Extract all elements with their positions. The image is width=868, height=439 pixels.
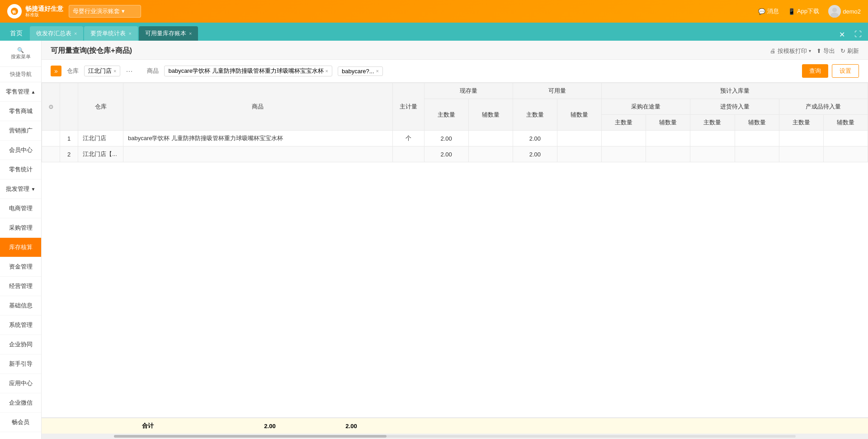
row-inbound-main-0 <box>690 131 735 146</box>
sidebar-item-wholesale-mgmt[interactable]: 批发管理 ▼ <box>0 179 41 199</box>
refresh-button[interactable]: ↻ 刷新 <box>840 47 859 55</box>
sidebar-item-ecommerce-mgmt[interactable]: 电商管理 <box>0 199 41 218</box>
scrollbar-track <box>114 435 796 438</box>
sidebar-item-app-center[interactable]: 应用中心 <box>0 374 41 393</box>
row-avail-main-0: 2.00 <box>513 131 557 146</box>
sidebar-item-retail-stats[interactable]: 零售统计 <box>0 160 41 179</box>
row-inbound-aux-0 <box>735 131 779 146</box>
search-icon: 🔍 <box>17 47 24 53</box>
svg-point-2 <box>832 8 837 12</box>
search-menu-button[interactable]: 🔍 搜索菜单 <box>4 44 38 63</box>
scrollbar-thumb[interactable] <box>114 435 387 438</box>
row-product-1 <box>123 146 393 162</box>
brand-logo: 畅 畅捷通好生意 标准版 <box>7 4 63 19</box>
svg-text:畅: 畅 <box>12 10 16 14</box>
app-download-button[interactable]: 📱 App下载 <box>788 7 819 15</box>
col-expected-inbound-header: 预计入库量 <box>602 83 868 99</box>
sidebar-item-inventory-check[interactable]: 库存核算 <box>0 238 41 257</box>
expand-window-button[interactable]: ⛶ <box>852 28 864 41</box>
industry-selector[interactable]: 母婴行业演示账套 ▾ <box>69 5 141 18</box>
tab-close-order[interactable]: × <box>128 31 131 36</box>
quick-nav-button[interactable]: 快捷导航 <box>0 67 41 82</box>
col-avail-main-header: 主数量 <box>513 99 557 131</box>
col-purchase-main-header: 主数量 <box>602 115 646 131</box>
col-current-stock-header: 现存量 <box>424 83 513 99</box>
row-no-1: 2 <box>60 146 78 162</box>
chevron-icon-wholesale: ▼ <box>31 187 36 192</box>
avatar <box>828 5 841 18</box>
col-inbound-aux-header: 辅数量 <box>735 115 779 131</box>
tab-available-stock[interactable]: 可用量库存账本 × <box>139 26 198 41</box>
message-button[interactable]: 💬 消息 <box>758 7 779 15</box>
row-prod-main-0 <box>779 131 823 146</box>
product-filter-tag-2[interactable]: babycare?... × <box>338 66 383 76</box>
settings-gear-icon[interactable]: ⚙ <box>48 104 54 110</box>
sidebar-item-purchase-mgmt[interactable]: 采购管理 <box>0 218 41 238</box>
sidebar-item-new-guide[interactable]: 新手引导 <box>0 354 41 374</box>
sidebar-item-enterprise-wechat[interactable]: 企业微信 <box>0 393 41 413</box>
query-button[interactable]: 查询 <box>802 64 828 78</box>
col-settings-header[interactable]: ⚙ <box>42 83 60 131</box>
top-bar-left: 畅 畅捷通好生意 标准版 母婴行业演示账套 ▾ <box>7 4 141 19</box>
sidebar-item-finance-mgmt[interactable]: 资金管理 <box>0 257 41 277</box>
row-stock-main-0: 2.00 <box>424 131 468 146</box>
warehouse-more-button[interactable]: ··· <box>126 66 132 76</box>
col-warehouse-header: 仓库 <box>78 83 123 131</box>
warehouse-filter-tag[interactable]: 江北门店 × <box>84 66 120 76</box>
sidebar-item-retail-mgmt[interactable]: 零售管理 ▲ <box>0 82 41 102</box>
row-prod-aux-0 <box>823 131 868 146</box>
chevron-icon: ▲ <box>31 90 36 94</box>
sidebar-item-system-mgmt[interactable]: 系统管理 <box>0 316 41 335</box>
row-prod-aux-1 <box>823 146 868 162</box>
user-account[interactable]: demo2 <box>828 5 861 18</box>
sidebar-item-member-center[interactable]: 会员中心 <box>0 141 41 160</box>
page-actions: 🖨 按模板打印 ▾ ⬆ 导出 ↻ 刷新 <box>770 47 859 55</box>
col-prod-aux-header: 辅数量 <box>823 115 868 131</box>
col-purchase-transit-header: 采购在途量 <box>602 99 690 115</box>
nav-right-buttons: ✕ ⛶ <box>835 28 864 41</box>
filter-bar: » 仓库 江北门店 × ··· 商品 babycare学饮杯 儿童防摔防撞吸管杯… <box>42 60 868 83</box>
product-label: 商品 <box>147 67 159 75</box>
sidebar-search-section: 🔍 搜索菜单 <box>0 41 41 67</box>
product-tag2-close[interactable]: × <box>376 68 379 74</box>
filter-expand-button[interactable]: » <box>51 66 61 76</box>
col-inbound-pending-header: 进货待入量 <box>690 99 779 115</box>
row-inbound-aux-1 <box>735 146 779 162</box>
row-purchase-main-1 <box>602 146 646 162</box>
tab-home[interactable]: 首页 <box>4 26 29 41</box>
sidebar-item-basic-info[interactable]: 基础信息 <box>0 296 41 316</box>
page-header: 可用量查询(按仓库+商品) 🖨 按模板打印 ▾ ⬆ 导出 ↻ 刷新 <box>42 41 868 60</box>
product-tag1-close[interactable]: × <box>326 68 328 74</box>
row-purchase-main-0 <box>602 131 646 146</box>
col-purchase-aux-header: 辅数量 <box>646 115 690 131</box>
tab-order-stats[interactable]: 要货单统计表 × <box>84 26 137 41</box>
settings-button[interactable]: 设置 <box>832 64 859 78</box>
col-prod-main-header: 主数量 <box>779 115 823 131</box>
warehouse-tag-close[interactable]: × <box>113 68 116 74</box>
sidebar-item-operations-mgmt[interactable]: 经营管理 <box>0 277 41 296</box>
print-template-button[interactable]: 🖨 按模板打印 ▾ <box>770 47 811 55</box>
col-avail-aux-header: 辅数量 <box>557 99 601 131</box>
product-filter-tag-1[interactable]: babycare学饮杯 儿童防摔防撞吸管杯重力球吸嘴杯宝宝水杯 × <box>164 66 332 76</box>
export-button[interactable]: ⬆ 导出 <box>816 47 835 55</box>
tab-receipt-summary[interactable]: 收发存汇总表 × <box>30 26 83 41</box>
col-stock-aux-header: 辅数量 <box>468 99 513 131</box>
sidebar-item-retail-shop[interactable]: 零售商城 <box>0 102 41 121</box>
col-production-pending-header: 产成品待入量 <box>779 99 868 115</box>
row-avail-aux-1 <box>557 146 601 162</box>
table-footer: 合计 2.00 2.00 <box>42 417 868 434</box>
row-warehouse-1: 江北门店【... <box>78 146 123 162</box>
svg-point-3 <box>830 13 839 18</box>
footer-stock-total: 2.00 <box>250 423 290 430</box>
top-bar: 畅 畅捷通好生意 标准版 母婴行业演示账套 ▾ 💬 消息 📱 App下载 dem… <box>0 0 868 23</box>
tab-close-receipt[interactable]: × <box>74 31 77 36</box>
col-stock-main-header: 主数量 <box>424 99 468 131</box>
row-avail-main-1: 2.00 <box>513 146 557 162</box>
row-stock-aux-1 <box>468 146 513 162</box>
sidebar-item-vip-member[interactable]: 畅会员 <box>0 413 41 432</box>
tab-close-stock[interactable]: × <box>189 31 192 36</box>
sidebar-item-enterprise-collab[interactable]: 企业协同 <box>0 335 41 354</box>
close-window-button[interactable]: ✕ <box>835 28 848 41</box>
horizontal-scrollbar[interactable] <box>42 434 868 439</box>
sidebar-item-marketing[interactable]: 营销推广 <box>0 121 41 141</box>
